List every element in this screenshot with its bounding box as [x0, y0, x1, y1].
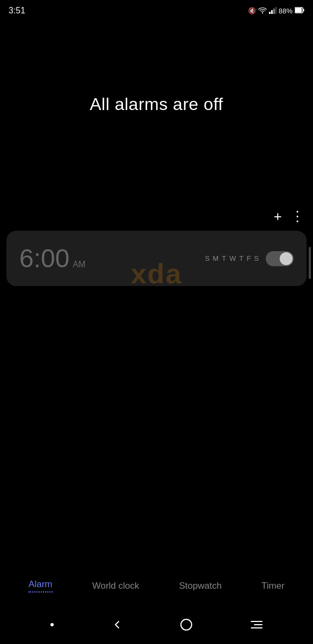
tab-timer[interactable]: Timer [257, 579, 289, 594]
nav-dot [50, 623, 54, 626]
toolbar: + ⋮ [274, 209, 304, 223]
toggle-knob [280, 252, 293, 265]
nav-line-2 [254, 624, 263, 625]
tab-world-clock-label: World clock [92, 581, 140, 591]
nav-line-3 [251, 627, 263, 628]
svg-rect-4 [275, 7, 276, 14]
tab-alarm[interactable]: Alarm [24, 577, 56, 595]
day-t2: T [239, 254, 244, 262]
tab-stopwatch[interactable]: Stopwatch [174, 579, 225, 594]
alarm-time-number: 6:00 [19, 244, 69, 273]
svg-point-0 [262, 12, 263, 13]
svg-rect-1 [269, 12, 271, 14]
day-w: W [229, 254, 236, 262]
main-content: All alarms are off [0, 19, 313, 114]
svg-rect-2 [271, 10, 273, 14]
svg-rect-6 [295, 8, 302, 12]
add-alarm-button[interactable]: + [274, 209, 282, 223]
battery-percent: 88% [279, 7, 293, 15]
day-s1: S [205, 254, 210, 262]
alarm-right-section: S M T W T F S [205, 251, 294, 266]
tab-alarm-underline [28, 591, 52, 592]
status-time: 3:51 [9, 6, 25, 16]
tab-alarm-label: Alarm [28, 579, 52, 590]
day-f: F [246, 254, 251, 262]
nav-recent-lines [251, 621, 263, 628]
more-options-button[interactable]: ⋮ [290, 209, 304, 223]
bottom-tabs: Alarm World clock Stopwatch Timer [0, 570, 313, 601]
alarm-time: 6:00 AM [19, 244, 85, 273]
day-t1: T [222, 254, 227, 262]
day-s2: S [254, 254, 259, 262]
nav-recent-button[interactable] [251, 621, 263, 628]
signal-icon [269, 6, 276, 16]
svg-rect-7 [303, 9, 304, 11]
svg-rect-3 [273, 9, 275, 14]
status-icons: 🔇 88% [248, 6, 304, 16]
no-alarms-message: All alarms are off [90, 94, 223, 114]
tab-stopwatch-label: Stopwatch [179, 581, 221, 591]
nav-line-1 [251, 621, 263, 622]
tab-timer-label: Timer [261, 581, 285, 591]
alarm-toggle[interactable] [266, 251, 294, 266]
status-bar: 3:51 🔇 88% [0, 0, 313, 19]
day-m: M [213, 254, 219, 262]
scroll-hint [309, 247, 311, 279]
battery-icon [295, 7, 304, 15]
nav-back-button[interactable] [112, 620, 122, 630]
alarm-card[interactable]: 6:00 AM S M T W T F S [6, 231, 307, 286]
alarm-time-ampm: AM [72, 260, 85, 269]
wifi-icon [258, 6, 267, 16]
mute-icon: 🔇 [248, 7, 256, 14]
android-nav-bar [0, 605, 313, 644]
nav-home-circle [180, 619, 192, 631]
tab-world-clock[interactable]: World clock [88, 579, 144, 594]
nav-home-button[interactable] [180, 619, 192, 631]
alarm-days: S M T W T F S [205, 254, 259, 262]
